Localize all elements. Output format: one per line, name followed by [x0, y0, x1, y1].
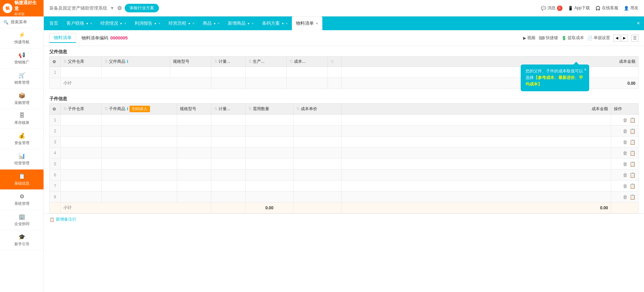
- delete-icon[interactable]: 🗑: [623, 194, 628, 200]
- child-warehouse-cell[interactable]: [61, 180, 102, 191]
- parent-production-cell[interactable]: [246, 67, 287, 78]
- child-spec-cell[interactable]: [177, 126, 211, 137]
- user-action[interactable]: 👤 用友: [624, 5, 639, 11]
- child-product-cell[interactable]: [102, 180, 177, 191]
- tab-close-icon[interactable]: ×: [90, 21, 92, 25]
- video-action[interactable]: ▶ 视频: [523, 35, 535, 41]
- sidebar-item-operations[interactable]: 📊 经营管理: [0, 149, 44, 170]
- single-settings-action[interactable]: 📄 单据设置: [587, 35, 610, 41]
- child-cost-price-cell[interactable]: [294, 180, 342, 191]
- child-qty-cell[interactable]: [246, 191, 294, 202]
- tab-products[interactable]: 商品 ▾ ×: [199, 16, 224, 30]
- tab-close-icon[interactable]: ×: [124, 21, 126, 25]
- child-spec-cell[interactable]: [177, 191, 211, 202]
- shortcut-action[interactable]: ⌨ 快捷键: [539, 35, 558, 41]
- child-unit-cell[interactable]: [211, 191, 246, 202]
- copy-icon[interactable]: 📋: [630, 128, 635, 134]
- child-product-cell[interactable]: [102, 148, 177, 159]
- close-all-button[interactable]: ×: [634, 20, 643, 26]
- tab-profit[interactable]: 利润报告 ▾ ×: [131, 16, 164, 30]
- delete-icon[interactable]: 🗑: [623, 161, 628, 167]
- child-spec-cell[interactable]: [177, 137, 211, 148]
- th-parent-settings[interactable]: ⚙: [50, 57, 61, 67]
- child-product-cell[interactable]: [102, 115, 177, 126]
- parent-warehouse-cell[interactable]: [61, 67, 102, 78]
- delete-icon[interactable]: 🗑: [623, 139, 628, 145]
- child-product-cell[interactable]: [102, 126, 177, 137]
- tab-close-icon[interactable]: ×: [251, 21, 253, 25]
- extract-cost-action[interactable]: 💲 提取成本: [561, 35, 584, 41]
- child-spec-cell[interactable]: [177, 115, 211, 126]
- child-unit-cell[interactable]: [211, 115, 246, 126]
- delete-icon[interactable]: 🗑: [623, 128, 628, 134]
- child-warehouse-cell[interactable]: [61, 126, 102, 137]
- child-warehouse-cell[interactable]: [61, 148, 102, 159]
- child-unit-cell[interactable]: [211, 148, 246, 159]
- tab-customers[interactable]: 客户联络 ▾ ×: [62, 16, 96, 30]
- tab-bom[interactable]: 物料清单 ×: [292, 16, 322, 30]
- scan-input-button[interactable]: 扫码录入: [129, 106, 150, 112]
- child-unit-cell[interactable]: [211, 170, 246, 180]
- child-qty-cell[interactable]: [246, 159, 294, 170]
- child-unit-cell[interactable]: [211, 159, 246, 170]
- child-cost-price-cell[interactable]: [294, 137, 342, 148]
- sidebar-item-sales[interactable]: 🛒 销售管理: [0, 69, 44, 89]
- copy-icon[interactable]: 📋: [630, 183, 635, 189]
- child-cost-price-cell[interactable]: [294, 159, 342, 170]
- trial-button[interactable]: 体验行业方案: [125, 4, 159, 12]
- child-spec-cell[interactable]: [177, 159, 211, 170]
- child-unit-cell[interactable]: [211, 126, 246, 137]
- tab-operations[interactable]: 经营情况 ▾ ×: [96, 16, 130, 30]
- parent-cost-cell[interactable]: [287, 67, 328, 78]
- next-arrow-button[interactable]: ▶: [621, 35, 628, 42]
- copy-icon[interactable]: 📋: [630, 150, 635, 156]
- child-qty-cell[interactable]: [246, 170, 294, 180]
- sidebar-item-system[interactable]: ⚙ 系统管理: [0, 190, 44, 210]
- online-service-action[interactable]: 🎧 在线客服: [595, 5, 618, 11]
- child-qty-cell[interactable]: [246, 115, 294, 126]
- message-action[interactable]: 💬 消息 6: [541, 5, 562, 11]
- sidebar-item-purchase[interactable]: 📦 采购管理: [0, 89, 44, 109]
- sidebar-item-quick-nav[interactable]: ⚡ 快捷导航: [0, 28, 44, 48]
- app-download-action[interactable]: 📱 App下载: [568, 5, 590, 11]
- delete-icon[interactable]: 🗑: [623, 150, 628, 156]
- sidebar-item-finance[interactable]: 💰 资金管理: [0, 129, 44, 149]
- tab-close-icon[interactable]: ×: [316, 21, 318, 25]
- tab-close-icon[interactable]: ×: [158, 21, 160, 25]
- th-child-settings[interactable]: ⚙: [50, 104, 61, 115]
- sub-tab-bom-list[interactable]: 物料清单: [49, 33, 76, 43]
- child-spec-cell[interactable]: [177, 180, 211, 191]
- child-cost-price-cell[interactable]: [294, 115, 342, 126]
- tab-new-product[interactable]: 新增商品 ▾ ×: [224, 16, 258, 30]
- copy-icon[interactable]: 📋: [630, 139, 635, 145]
- child-warehouse-cell[interactable]: [61, 191, 102, 202]
- tooltip-close-button[interactable]: ×: [584, 67, 586, 73]
- view-grid-button[interactable]: ☰: [631, 35, 639, 42]
- tab-close-icon[interactable]: ×: [192, 21, 194, 25]
- sidebar-item-enterprise[interactable]: 🏢 企业协同: [0, 210, 44, 230]
- tab-close-icon[interactable]: ×: [286, 21, 288, 25]
- child-unit-cell[interactable]: [211, 180, 246, 191]
- child-qty-cell[interactable]: [246, 126, 294, 137]
- settings-button[interactable]: ⚙: [117, 5, 122, 11]
- copy-icon[interactable]: 📋: [630, 172, 635, 178]
- child-cost-price-cell[interactable]: [294, 126, 342, 137]
- child-unit-cell[interactable]: [211, 137, 246, 148]
- delete-icon[interactable]: 🗑: [623, 172, 628, 178]
- child-warehouse-cell[interactable]: [61, 115, 102, 126]
- search-menu[interactable]: 🔍 搜索菜单: [0, 16, 44, 28]
- child-warehouse-cell[interactable]: [61, 137, 102, 148]
- add-row-button[interactable]: 📋 新增备注行: [49, 217, 76, 222]
- child-spec-cell[interactable]: [177, 170, 211, 180]
- child-cost-price-cell[interactable]: [294, 170, 342, 180]
- child-product-cell[interactable]: [102, 137, 177, 148]
- child-cost-price-cell[interactable]: [294, 148, 342, 159]
- child-qty-cell[interactable]: [246, 180, 294, 191]
- parent-spec-cell[interactable]: [170, 67, 211, 78]
- sidebar-item-marketing[interactable]: 📢 营销推广: [0, 48, 44, 69]
- tab-barcode[interactable]: 条码方案 ▾ ×: [258, 16, 292, 30]
- copy-icon[interactable]: 📋: [630, 194, 635, 200]
- prev-arrow-button[interactable]: ◀: [614, 35, 620, 42]
- delete-icon[interactable]: 🗑: [623, 117, 628, 123]
- tab-home[interactable]: 首页: [45, 16, 62, 30]
